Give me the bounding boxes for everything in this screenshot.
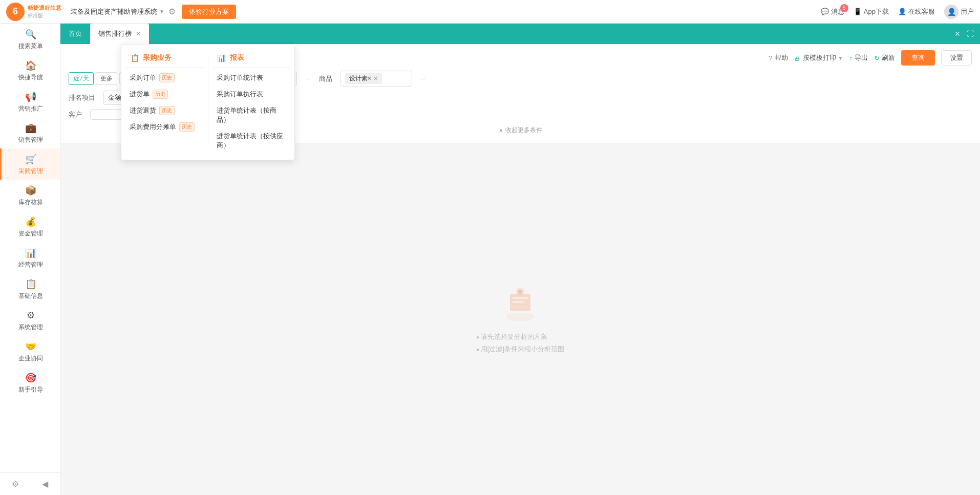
messages-badge: 5 [840, 4, 848, 12]
empty-state: 请先选择要分析的方案 用[过滤]条件来缩小分析范围 [60, 143, 980, 495]
phone-icon: 📱 [854, 8, 862, 15]
sidebar-bottom: ⚙ ◀ [0, 472, 60, 495]
basic-info-icon: 📋 [25, 278, 36, 290]
settings-btn[interactable]: 设置 [941, 50, 972, 66]
sidebar-item-system[interactable]: ⚙ 系统管理 [0, 305, 60, 336]
dropdown-item-purchase-order-stat[interactable]: 采购订单统计表 [212, 70, 291, 86]
sidebar-item-sales[interactable]: 💼 销售管理 [0, 117, 60, 148]
dropdown-report-header: 📊 报表 [212, 51, 291, 68]
sidebar-item-purchase[interactable]: 🛒 采购管理 [0, 148, 60, 180]
logo-icon: 6 [6, 3, 25, 21]
sales-icon: 💼 [25, 122, 36, 134]
help-icon: ? [769, 54, 772, 62]
message-icon: 💬 [821, 8, 829, 15]
sidebar-item-quick-nav[interactable]: 🏠 快捷导航 [0, 55, 60, 86]
collapse-btn[interactable]: ∧ 收起更多条件 [499, 126, 542, 135]
goods-tag-close-icon[interactable]: ✕ [373, 75, 378, 82]
sidebar-item-guide[interactable]: 🎯 新手引导 [0, 367, 60, 398]
tab-close-all-icon[interactable]: ✕ [952, 28, 963, 40]
dropdown-item-purchase-order[interactable]: 采购订单 历史 [125, 70, 204, 86]
logo-text: 畅捷通好生意 标准版 [28, 4, 61, 19]
guide-icon: 🎯 [25, 372, 36, 383]
home-icon: 🏠 [25, 60, 36, 71]
user-btn[interactable]: 👤 用户 [944, 5, 974, 19]
sidebar-item-basic-info[interactable]: 📋 基础信息 [0, 273, 60, 305]
goods-dots[interactable]: ··· [420, 75, 426, 82]
purchase-col-icon: 📋 [130, 53, 140, 63]
dropdown-report-col: 📊 报表 采购订单统计表 采购订单执行表 进货单统计表（按商品） 进货单统计表（… [208, 51, 295, 154]
sidebar-collapse-btn[interactable]: ◀ [42, 479, 48, 489]
sidebar-settings-btn[interactable]: ⚙ [12, 479, 19, 489]
cooperation-icon: 🤝 [25, 341, 36, 352]
app-download-btn[interactable]: 📱 App下载 [854, 7, 889, 16]
sidebar-item-marketing[interactable]: 📢 营销推广 [0, 86, 60, 117]
history-badge-3: 历史 [179, 122, 195, 132]
dropdown-item-purchase-order-exec[interactable]: 采购订单执行表 [212, 86, 291, 102]
tab-close-icon[interactable]: ✕ [136, 30, 141, 37]
report-col-icon: 📊 [217, 53, 227, 63]
tabbar-right: ✕ ⛶ [952, 28, 980, 40]
print-btn[interactable]: 🖨 按模板打印 ▼ [794, 53, 843, 62]
collapse-up-icon: ∧ [499, 127, 503, 134]
sidebar-item-cooperation[interactable]: 🤝 企业协同 [0, 336, 60, 367]
period-7days-btn[interactable]: 近7天 [69, 72, 94, 85]
period-more-btn[interactable]: 更多 [96, 72, 117, 85]
main-layout: 🔍 搜索菜单 🏠 快捷导航 📢 营销推广 💼 销售管理 🛒 采购管理 📦 库存核… [0, 24, 980, 495]
export-icon: ↑ [849, 54, 853, 62]
svg-rect-3 [512, 301, 524, 303]
sidebar-item-inventory[interactable]: 📦 库存核算 [0, 180, 60, 211]
messages-btn[interactable]: 💬 消息 5 [821, 7, 844, 16]
sidebar-item-search[interactable]: 🔍 搜索菜单 [0, 24, 60, 55]
inventory-icon: 📦 [25, 185, 36, 196]
empty-illustration [500, 284, 541, 325]
avatar: 👤 [944, 5, 958, 19]
online-service-btn[interactable]: 👤 在线客服 [898, 7, 935, 16]
ranking-label: 排名项目 [69, 93, 95, 102]
refresh-btn[interactable]: ↻ 刷新 [874, 53, 895, 62]
tab-sales-ranking[interactable]: 销售排行榜 ✕ [90, 24, 149, 44]
logo: 6 畅捷通好生意 标准版 [6, 3, 67, 21]
refresh-icon: ↻ [874, 54, 880, 62]
sidebar: 🔍 搜索菜单 🏠 快捷导航 📢 营销推广 💼 销售管理 🛒 采购管理 📦 库存核… [0, 24, 60, 495]
history-badge-2: 历史 [159, 106, 175, 115]
dropdown-item-inbound-stat-supplier[interactable]: 进货单统计表（按供应商） [212, 128, 291, 154]
svg-point-5 [518, 290, 522, 294]
empty-tips: 请先选择要分析的方案 用[过滤]条件来缩小分析范围 [476, 331, 564, 355]
system-name[interactable]: 装备及固定资产辅助管理系统 ▼ [71, 7, 164, 16]
topbar-right: 💬 消息 5 📱 App下载 👤 在线客服 👤 用户 [821, 5, 974, 19]
goods-tag: 设计素× ✕ [345, 73, 382, 84]
goods-label: 商品 [319, 74, 332, 83]
dropdown-item-inbound[interactable]: 进货单 历史 [125, 86, 204, 102]
system-arrow-icon: ▼ [159, 9, 164, 14]
tab-expand-icon[interactable]: ⛶ [965, 28, 976, 40]
service-icon: 👤 [898, 8, 906, 15]
query-btn[interactable]: 查询 [901, 50, 935, 66]
marketing-icon: 📢 [25, 91, 36, 102]
industry-btn[interactable]: 体验行业方案 [182, 5, 236, 19]
sidebar-item-capital[interactable]: 💰 资金管理 [0, 211, 60, 242]
dropdown-item-inbound-return[interactable]: 进货退货 历史 [125, 102, 204, 119]
tab-home[interactable]: 首页 [60, 24, 90, 44]
topbar: 6 畅捷通好生意 标准版 装备及固定资产辅助管理系统 ▼ ⚙ 体验行业方案 💬 … [0, 0, 980, 24]
dropdown-menu: 📋 采购业务 采购订单 历史 进货单 历史 进货退货 历史 [121, 44, 295, 160]
dropdown-item-purchase-cost[interactable]: 采购费用分摊单 历史 [125, 119, 204, 135]
svg-point-0 [506, 313, 535, 321]
help-btn[interactable]: ? 帮助 [769, 53, 787, 62]
purchase-icon: 🛒 [25, 154, 36, 165]
tabbar: 首页 销售排行榜 ✕ ✕ ⛶ [60, 24, 980, 44]
settings-icon[interactable]: ⚙ [168, 7, 176, 16]
dropdown-item-inbound-stat-goods[interactable]: 进货单统计表（按商品） [212, 102, 291, 128]
print-arrow-icon: ▼ [838, 55, 843, 61]
goods-input[interactable]: 设计素× ✕ [340, 71, 412, 87]
history-badge-1: 历史 [153, 90, 168, 99]
operation-icon: 📊 [25, 247, 36, 259]
voucher-status-dots[interactable]: ··· [305, 75, 311, 82]
customer-label: 客户 [69, 110, 82, 119]
sidebar-item-operation[interactable]: 📊 经营管理 [0, 242, 60, 273]
export-btn[interactable]: ↑ 导出 [849, 53, 868, 62]
content-area: 首页 销售排行榜 ✕ ✕ ⛶ ? 帮助 🖨 按模板打印 ▼ [60, 24, 980, 495]
history-badge-0: 历史 [159, 73, 175, 82]
print-icon: 🖨 [794, 54, 801, 62]
capital-icon: 💰 [25, 216, 36, 227]
search-icon: 🔍 [25, 29, 36, 40]
